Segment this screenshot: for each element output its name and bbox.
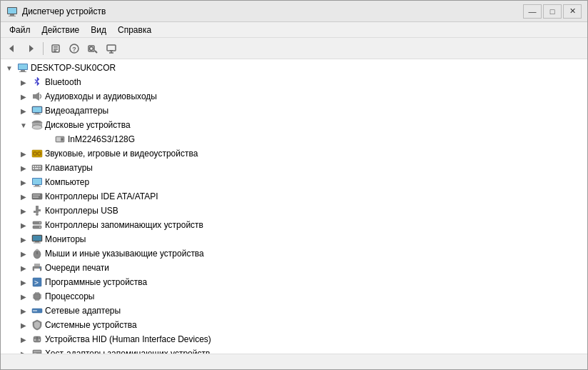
svg-rect-53: [33, 194, 40, 196]
tree-item[interactable]: ▶Контроллеры USB: [1, 204, 587, 218]
expand-icon[interactable]: ▶: [18, 162, 29, 174]
display-button[interactable]: [103, 40, 120, 57]
tree-item[interactable]: ▶Очереди печати: [1, 261, 587, 275]
properties-button[interactable]: [47, 40, 64, 57]
menu-file[interactable]: Файл: [4, 24, 36, 36]
tree-item[interactable]: ▶Хост-адаптеры запоминающих устройств: [1, 346, 587, 354]
tree-item[interactable]: ▼Дисковые устройства: [1, 118, 587, 132]
expand-icon[interactable]: ▶: [18, 276, 29, 288]
svg-rect-44: [39, 166, 41, 167]
svg-rect-71: [34, 264, 40, 266]
expand-icon[interactable]: ▶: [18, 248, 29, 259]
expand-icon[interactable]: ▶: [18, 262, 29, 274]
menu-bar: Файл Действие Вид Справка: [1, 22, 587, 38]
storage-icon: [31, 219, 43, 231]
expand-icon[interactable]: ▶: [18, 148, 29, 159]
scan-button[interactable]: [84, 40, 101, 57]
tree-item-label: Контроллеры IDE ATA/ATAPI: [45, 191, 158, 201]
desktop-icon: [31, 176, 43, 188]
svg-rect-9: [54, 50, 56, 51]
toolbar-sep-1: [43, 42, 44, 55]
svg-rect-46: [35, 168, 39, 169]
tree-item[interactable]: ▶Системные устройства: [1, 318, 587, 332]
maximize-button[interactable]: □: [543, 4, 562, 19]
toolbar: ?: [1, 38, 587, 59]
expand-icon[interactable]: ▶: [18, 291, 29, 302]
svg-rect-3: [9, 16, 16, 16]
title-bar: Диспетчер устройств — □ ✕: [1, 1, 587, 22]
expand-icon[interactable]: ▶: [18, 105, 29, 116]
tree-item[interactable]: ▶Компьютер: [1, 175, 587, 189]
tree-item[interactable]: ▶Устройства HID (Human Interface Devices…: [1, 332, 587, 346]
svg-rect-56: [34, 211, 36, 213]
host-icon: [31, 348, 43, 354]
audio-icon: [31, 91, 43, 102]
tree-item[interactable]: ▶Контроллеры IDE ATA/ATAPI: [1, 189, 587, 204]
svg-point-58: [36, 213, 39, 216]
tree-item[interactable]: ▶>_Программные устройства: [1, 275, 587, 289]
expand-icon[interactable]: ▶: [18, 191, 29, 202]
menu-action[interactable]: Действие: [36, 24, 86, 36]
svg-rect-64: [33, 236, 41, 241]
tree-item[interactable]: ▶Bluetooth: [1, 75, 587, 89]
expand-icon[interactable]: ▶: [18, 348, 29, 354]
svg-marker-5: [29, 45, 34, 52]
svg-rect-57: [38, 209, 41, 211]
svg-marker-4: [9, 45, 14, 52]
tree-item-label: Мыши и иные указывающие устройства: [45, 249, 204, 259]
svg-point-37: [34, 153, 36, 155]
device-tree: ▼ DESKTOP-SUK0COR ▶Bluetooth▶Аудиовходы …: [1, 59, 587, 354]
svg-point-62: [39, 226, 41, 228]
expand-icon[interactable]: ▶: [18, 205, 29, 216]
back-button[interactable]: [4, 40, 21, 57]
expand-icon[interactable]: ▼: [18, 119, 29, 131]
menu-view[interactable]: Вид: [85, 24, 112, 36]
tree-item[interactable]: ▶Аудиовходы и аудиовыходы: [1, 89, 587, 104]
close-button[interactable]: ✕: [563, 4, 582, 19]
tree-item-label: Контроллеры USB: [45, 206, 118, 216]
expand-icon[interactable]: ▶: [18, 76, 29, 88]
window-title: Диспетчер устройств: [22, 6, 523, 16]
tree-item[interactable]: ▶Контроллеры запоминающих устройств: [1, 218, 587, 232]
expand-icon[interactable]: ▶: [18, 176, 29, 188]
svg-rect-20: [19, 64, 27, 69]
tree-item[interactable]: ▶Мыши и иные указывающие устройства: [1, 246, 587, 261]
tree-item[interactable]: ▶Мониторы: [1, 232, 587, 246]
minimize-button[interactable]: —: [523, 4, 542, 19]
ide-icon: [31, 191, 43, 202]
tree-root[interactable]: ▼ DESKTOP-SUK0COR: [1, 61, 587, 75]
forward-button[interactable]: [22, 40, 39, 57]
help-button[interactable]: ?: [66, 40, 83, 57]
tree-item[interactable]: ▶Звуковые, игровые и видеоустройства: [1, 146, 587, 161]
tree-item[interactable]: ▶Видеоадаптеры: [1, 104, 587, 118]
svg-rect-41: [33, 166, 34, 167]
expand-icon[interactable]: ▶: [18, 234, 29, 245]
tree-item[interactable]: ▶Клавиатуры: [1, 161, 587, 175]
tree-item[interactable]: ▶Процессоры: [1, 289, 587, 304]
display-icon: [31, 105, 43, 116]
svg-point-31: [32, 125, 42, 129]
disk-icon: [31, 119, 43, 131]
root-expand-icon[interactable]: ▼: [4, 62, 15, 74]
expand-icon[interactable]: ▶: [18, 219, 29, 231]
tree-item-label: Процессоры: [45, 291, 95, 301]
tree-item-label: Аудиовходы и аудиовыходы: [45, 91, 157, 101]
expand-icon[interactable]: ▶: [18, 319, 29, 331]
device-manager-window: Диспетчер устройств — □ ✕ Файл Действие …: [0, 0, 588, 370]
tree-item-label: Системные устройства: [45, 320, 137, 330]
expand-icon[interactable]: ▶: [18, 334, 29, 345]
sound-icon: [31, 148, 43, 159]
keyboard-icon: [31, 162, 43, 174]
svg-rect-50: [35, 185, 39, 186]
svg-line-13: [95, 51, 97, 53]
expand-icon[interactable]: ▶: [18, 91, 29, 102]
bluetooth-icon: [31, 76, 43, 88]
svg-rect-76: [34, 294, 40, 299]
root-label: DESKTOP-SUK0COR: [31, 63, 116, 73]
tree-item[interactable]: ▶Сетевые адаптеры: [1, 304, 587, 318]
computer-icon: [17, 62, 29, 74]
svg-point-14: [90, 46, 93, 50]
tree-item[interactable]: ▶InM2246S3/128G: [1, 132, 587, 146]
menu-help[interactable]: Справка: [112, 24, 157, 36]
expand-icon[interactable]: ▶: [18, 305, 29, 316]
